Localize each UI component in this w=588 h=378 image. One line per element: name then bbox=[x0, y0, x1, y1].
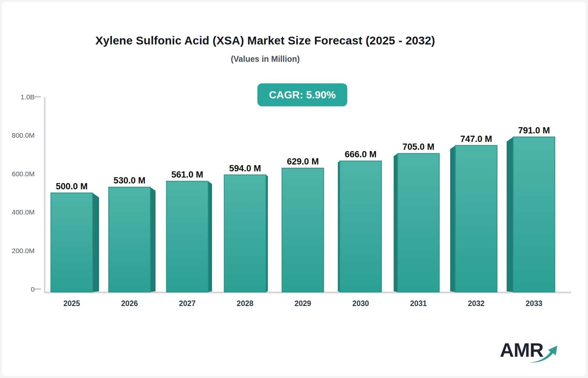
bar-front-face bbox=[51, 193, 93, 292]
x-tick-label-2030: 2030 bbox=[352, 299, 369, 308]
x-tick-label-2028: 2028 bbox=[237, 299, 253, 308]
x-tick-label-2027: 2027 bbox=[179, 299, 196, 308]
bar-side-face bbox=[450, 146, 455, 292]
bar-value-label: 747.0 M bbox=[460, 134, 492, 144]
bar-2027[interactable]: 561.0 M2027 bbox=[167, 170, 212, 308]
bar-front-face bbox=[167, 181, 208, 292]
bar-side-face bbox=[394, 153, 398, 292]
bar-2030[interactable]: 666.0 M2030 bbox=[338, 149, 382, 308]
bar-value-label: 705.0 M bbox=[402, 142, 434, 152]
bar-value-label: 791.0 M bbox=[518, 126, 550, 135]
bar-front-face bbox=[109, 187, 151, 292]
bar-value-label: 500.0 M bbox=[56, 181, 88, 191]
bar-front-face bbox=[340, 161, 382, 292]
bar-side-face bbox=[507, 137, 513, 292]
bar-front-face bbox=[398, 153, 439, 292]
x-tick-label-2026: 2026 bbox=[121, 299, 138, 308]
growth-arrow-icon bbox=[530, 343, 559, 364]
bar-2025[interactable]: 500.0 M2025 bbox=[51, 181, 99, 308]
y-tick-label: 600.0M bbox=[12, 170, 35, 178]
bar-value-label: 666.0 M bbox=[345, 149, 377, 159]
bar-side-face bbox=[150, 187, 155, 292]
bar-2033[interactable]: 791.0 M2033 bbox=[507, 126, 555, 308]
bar-side-face bbox=[92, 193, 99, 292]
bar-2032[interactable]: 747.0 M2032 bbox=[450, 134, 497, 308]
y-tick-label: 1.0B bbox=[21, 93, 35, 101]
x-tick-label-2031: 2031 bbox=[410, 299, 427, 308]
bar-value-label: 629.0 M bbox=[287, 157, 319, 166]
amr-logo: AMR bbox=[500, 339, 565, 365]
y-tick-label: 800.0M bbox=[12, 131, 35, 139]
x-tick-label-2029: 2029 bbox=[295, 299, 311, 308]
bar-2028[interactable]: 594.0 M2028 bbox=[224, 163, 268, 308]
bar-front-face bbox=[513, 137, 555, 292]
bar-value-label: 530.0 M bbox=[114, 176, 146, 185]
x-tick-label-2032: 2032 bbox=[468, 299, 484, 308]
bar-chart: 1.0B800.0M600.0M400.0M200.0M0500.0 M2025… bbox=[2, 2, 588, 378]
y-tick-label: 400.0M bbox=[12, 208, 35, 216]
bar-value-label: 561.0 M bbox=[172, 170, 204, 180]
y-tick-label: 200.0M bbox=[12, 247, 35, 254]
x-tick-label-2033: 2033 bbox=[526, 299, 542, 308]
bar-side-face bbox=[208, 181, 212, 292]
chart-card: Xylene Sulfonic Acid (XSA) Market Size F… bbox=[2, 2, 586, 376]
bar-value-label: 594.0 M bbox=[229, 163, 261, 173]
y-tick-label: 0 bbox=[31, 285, 35, 293]
bar-front-face bbox=[224, 175, 266, 292]
bar-front-face bbox=[282, 168, 324, 292]
bar-2029[interactable]: 629.0 M2029 bbox=[282, 157, 324, 308]
x-tick-label-2025: 2025 bbox=[63, 299, 80, 308]
bar-front-face bbox=[455, 146, 497, 292]
bar-2031[interactable]: 705.0 M2031 bbox=[394, 142, 439, 308]
bar-2026[interactable]: 530.0 M2026 bbox=[109, 176, 156, 308]
